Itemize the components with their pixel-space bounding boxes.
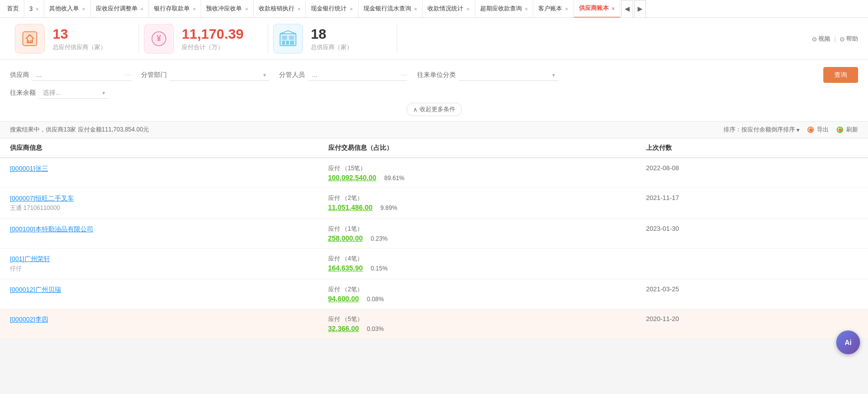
svg-text:¥: ¥ [157,34,161,43]
nav-tab-3[interactable]: 3 × [24,0,44,18]
nav-tab-supplier-account[interactable]: 供应商账本 × [574,0,620,18]
tx-amount[interactable]: 11,051,486.00 [328,203,373,211]
supplier-link[interactable]: [000012]广州贝瑞 [10,286,61,293]
data-table: 供应商信息 应付交易信息（占比） 上次付数 [000001]张三 应付 （15笔… [0,138,868,339]
nav-tab-prepay-label: 预收冲应收单 [206,4,242,13]
query-button[interactable]: 查询 [823,67,858,83]
nav-tab-overdue-close[interactable]: × [525,6,528,12]
nav-tab-bank-deposit-close[interactable]: × [193,6,196,12]
nav-tab-collection-label: 收款核销执行 [259,4,294,13]
last-pay-date: 2023-01-30 [646,225,679,232]
stat-block-suppliers-payable: 13 总应付供应商（家） [10,24,139,54]
nav-tab-prepay-close[interactable]: × [245,6,248,12]
nav-tab-customer-account-close[interactable]: × [565,6,568,12]
nav-tab-cash-flow[interactable]: 现金银行流水查询 × [359,0,423,18]
nav-tab-overdue[interactable]: 超期应收款查询 × [475,0,533,18]
nav-tab-customer-account-label: 客户账本 [538,4,562,13]
filter-item-category: 往来单位分类 [417,69,558,81]
supplier-link[interactable]: [000100]本特勤油品有限公司 [10,225,93,233]
last-pay-date: 2022-08-08 [646,164,679,172]
nav-tab-adjustment[interactable]: 应收应付调整单 × [91,0,149,18]
stat-num-total-suppliers: 18 [311,26,353,43]
tx-label: 应付 [328,286,340,293]
nav-tab-home[interactable]: 首页 [2,0,24,18]
filter-row-1: 供应商 ··· 分管部门 分管人员 ··· 往来单位分类 查询 [10,67,858,83]
last-pay-cell: 2023-01-30 [646,225,858,232]
nav-tab-payment-stats[interactable]: 收款情况统计 × [423,0,475,18]
tx-amount[interactable]: 32,366.00 [328,325,359,332]
nav-next-arrow[interactable]: ▶ [634,0,646,18]
supplier-info-cell: [000001]张三 [10,164,328,173]
nav-tab-payment-stats-close[interactable]: × [466,6,469,12]
category-select[interactable] [459,69,558,81]
tx-label: 应付 [328,316,340,323]
help-circle-icon: ⊙ [840,35,845,42]
tx-amount[interactable]: 164,635.90 [328,264,363,272]
collapse-button[interactable]: ∧ 收起更多条件 [407,103,462,116]
export-button[interactable]: 导出 [807,126,829,134]
nav-tab-other-income-close[interactable]: × [82,6,85,12]
supplier-input[interactable] [32,69,132,81]
supplier-info-cell: [000002]李四 [10,315,328,324]
nav-tab-adjustment-close[interactable]: × [141,6,144,12]
supplier-link[interactable]: [000001]张三 [10,165,48,172]
nav-tab-cash-stats[interactable]: 现金银行统计 × [306,0,358,18]
nav-tab-cash-stats-label: 现金银行统计 [311,4,347,13]
nav-tab-home-label: 首页 [7,4,19,13]
help-link[interactable]: 帮助 [846,35,858,43]
nav-tab-3-close[interactable]: × [36,6,39,12]
stats-banner: 13 总应付供应商（家） ¥ 11,170.39 应付合计（万） [0,18,868,60]
video-link[interactable]: 视频 [818,35,830,43]
tx-amount-line: 32,366.00 0.03% [328,324,647,332]
tx-label-line: 应付 （1笔） [328,225,647,233]
person-input[interactable] [308,69,407,81]
last-pay-cell: 2020-11-20 [646,315,858,323]
filter-item-supplier: 供应商 ··· [10,69,131,81]
total-suppliers-icon [273,24,303,54]
tx-amount-line: 164,635.90 0.15% [328,263,647,272]
tx-amount[interactable]: 258,000.00 [328,234,363,242]
tx-count: （4笔） [342,255,363,262]
sort-button[interactable]: 排序：按应付余额倒序排序 ▾ [723,126,799,134]
tx-label-line: 应付 （4笔） [328,255,647,263]
tx-percent: 0.08% [367,296,384,303]
export-label: 导出 [817,126,829,134]
nav-tab-bank-deposit-label: 银行存取款单 [154,4,190,13]
nav-tab-other-income[interactable]: 其他收入单 × [44,0,90,18]
nav-tab-cash-flow-close[interactable]: × [414,6,417,12]
collapse-label: 收起更多条件 [420,105,455,114]
nav-tab-supplier-account-close[interactable]: × [612,5,615,11]
tx-amount[interactable]: 94,600.00 [328,295,359,303]
stat-content-total-suppliers: 18 总供应商（家） [311,26,353,52]
nav-tab-bank-deposit[interactable]: 银行存取款单 × [149,0,201,18]
nav-tab-collection-close[interactable]: × [297,6,300,12]
supplier-link[interactable]: [000007]恒旺二手叉车 [10,195,74,202]
nav-tab-prepay[interactable]: 预收冲应收单 × [201,0,253,18]
nav-tab-collection[interactable]: 收款核销执行 × [254,0,306,18]
last-pay-cell: 2022-08-08 [646,164,858,172]
supplier-link[interactable]: [001]广州荣轩 [10,255,50,263]
nav-tab-cash-stats-close[interactable]: × [350,6,353,12]
supplier-link[interactable]: [000002]李四 [10,316,48,323]
nav-prev-arrow[interactable]: ◀ [621,0,633,18]
dept-select[interactable] [170,69,269,81]
export-radio-icon [807,127,814,133]
category-filter-label: 往来单位分类 [417,70,456,79]
nav-tab-payment-stats-label: 收款情况统计 [428,4,463,13]
table-header: 供应商信息 应付交易信息（占比） 上次付数 [0,138,868,158]
balance-filter-label: 往来余额 [10,88,36,97]
dept-select-wrapper [170,69,269,81]
tx-label: 应付 [328,255,340,262]
nav-tab-customer-account[interactable]: 客户账本 × [533,0,574,18]
refresh-button[interactable]: 刷新 [837,126,858,134]
stat-num-payable-total: 11,170.39 [182,26,244,43]
tx-label: 应付 [328,225,340,232]
tx-amount[interactable]: 100,092,540.00 [328,174,376,182]
svg-rect-0 [23,32,37,46]
tx-percent: 0.03% [367,326,384,332]
tx-amount-line: 100,092,540.00 89.61% [328,173,647,182]
last-pay-date: 2021-11-17 [646,194,679,201]
nav-tab-adjustment-label: 应收应付调整单 [96,4,138,13]
table-row: [000012]广州贝瑞 应付 （2笔） 94,600.00 0.08% 202… [0,279,868,309]
balance-select[interactable]: 选择... [39,87,108,99]
